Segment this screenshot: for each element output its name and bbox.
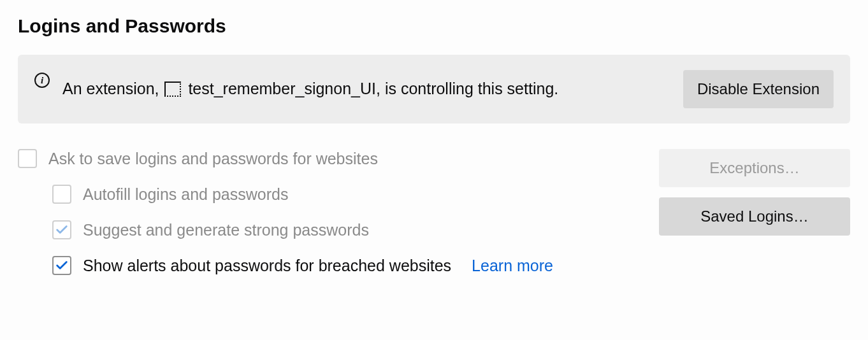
options-right: Exceptions… Saved Logins… (659, 149, 850, 236)
learn-more-link[interactable]: Learn more (472, 257, 553, 275)
autofill-label: Autofill logins and passwords (83, 185, 288, 204)
option-suggest: Suggest and generate strong passwords (52, 220, 644, 239)
section-title: Logins and Passwords (18, 15, 850, 37)
ask-save-checkbox (18, 149, 37, 168)
info-icon: i (34, 73, 50, 88)
breach-checkbox[interactable] (52, 256, 71, 275)
notice-suffix: , is controlling this setting. (376, 80, 558, 97)
notice-text: An extension, test_remember_signon_UI, i… (62, 77, 670, 101)
extension-notice: i An extension, test_remember_signon_UI,… (18, 55, 850, 124)
notice-extension-name: test_remember_signon_UI (188, 80, 376, 97)
ask-save-label: Ask to save logins and passwords for web… (48, 150, 378, 168)
notice-prefix: An extension, (62, 80, 163, 97)
saved-logins-button[interactable]: Saved Logins… (659, 197, 850, 236)
breach-label: Show alerts about passwords for breached… (83, 257, 451, 275)
options-area: Ask to save logins and passwords for web… (18, 149, 850, 292)
options-left: Ask to save logins and passwords for web… (18, 149, 644, 292)
suggest-label: Suggest and generate strong passwords (83, 221, 369, 239)
extension-icon (164, 81, 181, 97)
suggest-checkbox (52, 220, 71, 239)
disable-extension-button[interactable]: Disable Extension (683, 70, 834, 108)
autofill-checkbox (52, 185, 71, 204)
option-autofill: Autofill logins and passwords (52, 185, 644, 204)
option-ask-save: Ask to save logins and passwords for web… (18, 149, 644, 168)
exceptions-button: Exceptions… (659, 149, 850, 187)
option-breach: Show alerts about passwords for breached… (52, 256, 644, 275)
